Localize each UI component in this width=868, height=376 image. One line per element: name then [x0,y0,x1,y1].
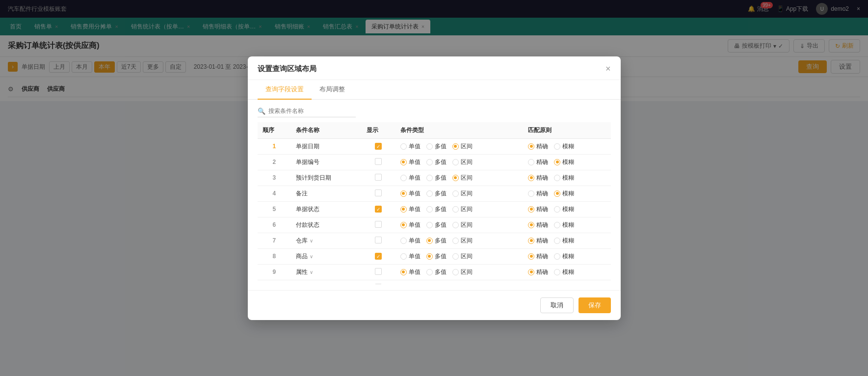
settings-dialog: 设置查询区域布局 × 查询字段设置 布局调整 🔍 顺序 条件名称 [248,56,621,102]
dialog-title: 设置查询区域布局 [258,64,316,74]
dialog-header: 设置查询区域布局 × [248,56,621,80]
dialog-tab-layout[interactable]: 布局调整 [312,80,353,100]
dialog-tabs: 查询字段设置 布局调整 [248,80,621,100]
dialog-tab-fields[interactable]: 查询字段设置 [258,80,312,100]
dialog-body: 🔍 顺序 条件名称 显示 条件类型 匹配原则 [248,100,621,102]
dialog-close-button[interactable]: × [605,64,611,73]
modal-overlay: 设置查询区域布局 × 查询字段设置 布局调整 🔍 顺序 条件名称 [0,0,868,101]
